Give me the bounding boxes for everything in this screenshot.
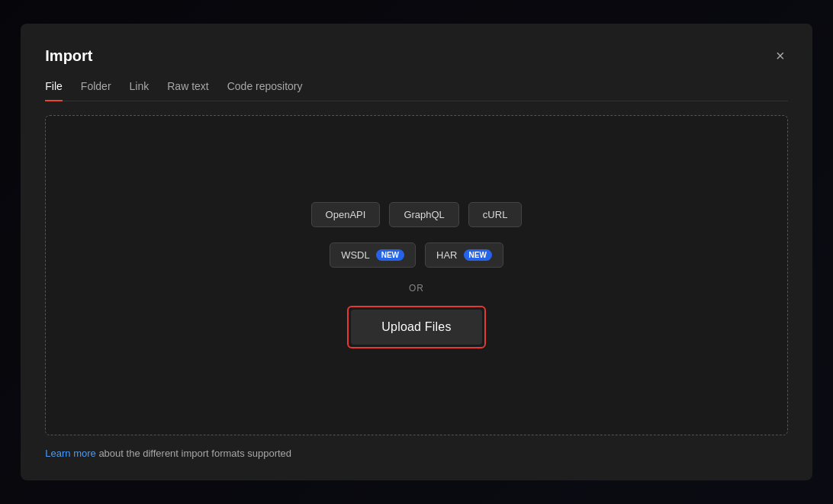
chip-wsdl-badge: NEW: [376, 249, 404, 261]
tab-code-repository[interactable]: Code repository: [227, 80, 303, 101]
footer-text: Learn more about the different import fo…: [45, 448, 787, 459]
chip-wsdl-label: WSDL: [341, 249, 370, 261]
format-chips-row2: WSDL NEW HAR NEW: [330, 242, 503, 268]
chip-graphql[interactable]: GraphQL: [389, 202, 458, 227]
chip-curl[interactable]: cURL: [468, 202, 523, 227]
drop-zone[interactable]: OpenAPI GraphQL cURL WSDL NEW HAR NEW OR…: [45, 115, 787, 435]
upload-files-button[interactable]: Upload Files: [351, 310, 481, 345]
modal-title: Import: [45, 47, 92, 65]
chip-openapi[interactable]: OpenAPI: [311, 202, 381, 227]
close-button[interactable]: ×: [773, 45, 788, 66]
import-modal: Import × File Folder Link Raw text Code …: [21, 24, 812, 480]
modal-overlay: Import × File Folder Link Raw text Code …: [0, 0, 833, 504]
tab-folder[interactable]: Folder: [81, 80, 111, 101]
tab-raw-text[interactable]: Raw text: [167, 80, 208, 101]
or-divider: OR: [409, 283, 424, 294]
chip-har[interactable]: HAR NEW: [425, 242, 503, 268]
chip-har-badge: NEW: [464, 249, 492, 261]
footer-rest: about the different import formats suppo…: [96, 448, 291, 459]
chip-wsdl[interactable]: WSDL NEW: [330, 242, 416, 268]
upload-button-wrapper: Upload Files: [347, 306, 485, 348]
modal-header: Import ×: [45, 45, 787, 66]
tab-bar: File Folder Link Raw text Code repositor…: [45, 80, 787, 101]
tab-link[interactable]: Link: [130, 80, 150, 101]
tab-file[interactable]: File: [45, 80, 63, 101]
learn-more-link[interactable]: Learn more: [45, 448, 95, 459]
chip-har-label: HAR: [436, 249, 457, 261]
format-chips-row1: OpenAPI GraphQL cURL: [311, 202, 523, 227]
